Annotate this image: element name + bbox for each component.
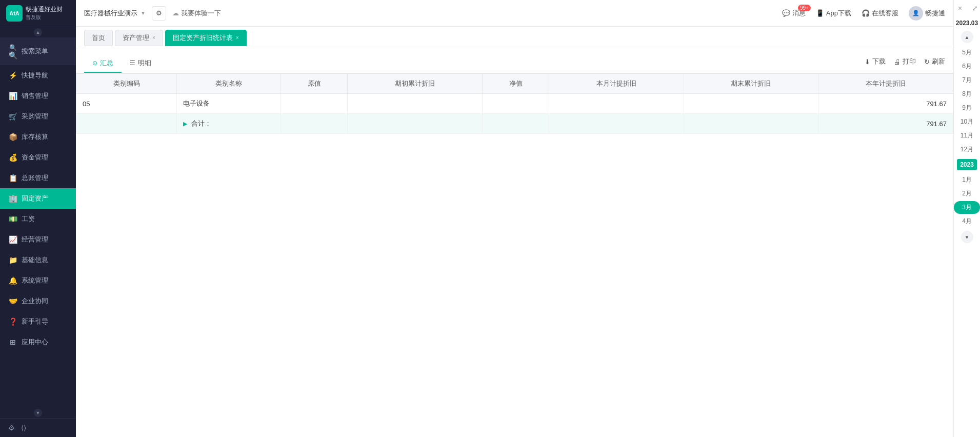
download-button[interactable]: ⬇ 下载 xyxy=(865,57,886,66)
header-gear-button[interactable]: ⚙ xyxy=(152,6,166,21)
tab-home[interactable]: 首页 xyxy=(84,30,113,46)
sidebar-item-system[interactable]: 🔔 系统管理 xyxy=(0,270,76,291)
header-right: 💬 消息 99+ 📱 App下载 🎧 在线客服 👤 畅捷通 xyxy=(782,6,945,21)
sidebar-label-inventory: 库存核算 xyxy=(22,132,48,142)
sidebar-item-purchase[interactable]: 🛒 采购管理 xyxy=(0,106,76,127)
tab-fixed-depreciation-label: 固定资产折旧统计表 xyxy=(173,33,233,43)
sidebar-item-inventory[interactable]: 📦 库存核算 xyxy=(0,127,76,147)
avatar: 👤 xyxy=(909,6,923,21)
month-item-4[interactable]: 4月 xyxy=(954,215,980,228)
sub-tab-bar: ⊙ 汇总 ☰ 明细 ⬇ 下载 🖨 打印 ↻ 刷新 xyxy=(76,49,953,73)
month-nav-up[interactable]: ▲ xyxy=(961,31,973,43)
panel-expand-button[interactable]: ⤢ xyxy=(972,4,978,12)
print-icon: 🖨 xyxy=(894,58,901,66)
month-item-10[interactable]: 10月 xyxy=(954,115,980,128)
subtotal-icon: ▶ xyxy=(183,121,187,127)
tab-home-label: 首页 xyxy=(92,33,105,43)
sidebar-label-basic-info: 基础信息 xyxy=(22,255,48,265)
month-item-5[interactable]: 5月 xyxy=(954,46,980,59)
tab-fixed-depreciation-close[interactable]: × xyxy=(236,35,239,41)
system-icon: 🔔 xyxy=(8,276,17,285)
month-item-8[interactable]: 8月 xyxy=(954,88,980,101)
row-initial-accum xyxy=(348,94,483,114)
guide-icon: ❓ xyxy=(8,317,17,326)
tab-fixed-depreciation[interactable]: 固定资产折旧统计表 × xyxy=(165,30,247,46)
cloud-icon: ☁ xyxy=(172,9,179,17)
col-monthly: 本月计提折旧 xyxy=(549,74,684,94)
scroll-down-arrow[interactable]: ▼ xyxy=(34,409,42,417)
sub-tab-summary-label: 汇总 xyxy=(100,58,113,68)
sidebar-label-purchase: 采购管理 xyxy=(22,112,48,121)
row-net xyxy=(483,94,549,114)
sidebar-item-app-center[interactable]: ⊞ 应用中心 xyxy=(0,332,76,352)
experience-button[interactable]: ☁ 我要体验一下 xyxy=(172,9,221,18)
collapse-icon[interactable]: ⟨⟩ xyxy=(21,424,26,432)
sidebar-item-sales[interactable]: 📊 销售管理 xyxy=(0,86,76,106)
table-container: 类别编码 类别名称 原值 期初累计折旧 净值 本月计提折旧 期末累计折旧 本年计… xyxy=(76,73,953,437)
app-download-button[interactable]: 📱 App下载 xyxy=(816,9,851,18)
subtotal-initial-accum xyxy=(348,114,483,134)
settings-icon[interactable]: ⚙ xyxy=(8,424,15,432)
user-profile[interactable]: 👤 畅捷通 xyxy=(909,6,945,21)
sidebar-item-basic-info[interactable]: 📁 基础信息 xyxy=(0,250,76,270)
company-selector[interactable]: 医疗器械行业演示 ▼ xyxy=(84,9,146,18)
sub-tab-detail[interactable]: ☰ 明细 xyxy=(122,54,159,73)
panel-close-button[interactable]: × xyxy=(958,4,962,12)
top-header: 医疗器械行业演示 ▼ ⚙ ☁ 我要体验一下 💬 消息 99+ 📱 App下载 🎧… xyxy=(76,0,953,27)
sidebar-item-payroll[interactable]: 💵 工资 xyxy=(0,209,76,229)
row-original xyxy=(281,94,348,114)
sidebar-item-enterprise[interactable]: 🤝 企业协同 xyxy=(0,291,76,311)
month-item-6[interactable]: 6月 xyxy=(954,60,980,73)
logo-text: 畅捷通好业财 xyxy=(26,6,63,14)
refresh-button[interactable]: ↻ 刷新 xyxy=(924,57,945,66)
payroll-icon: 💵 xyxy=(8,215,17,223)
logo-icon: AtA xyxy=(6,5,23,22)
sidebar: AtA 畅捷通好业财 普及版 ▲ 🔍 搜索菜单 ⚡ 快捷导航 📊 销售管理 🛒 … xyxy=(0,0,76,437)
sidebar-item-finance[interactable]: 💰 资金管理 xyxy=(0,147,76,168)
download-icon: ⬇ xyxy=(865,58,870,66)
col-net: 净值 xyxy=(483,74,549,94)
app-download-label: App下载 xyxy=(826,9,851,18)
sidebar-item-quick-nav[interactable]: ⚡ 快捷导航 xyxy=(0,65,76,86)
sidebar-footer: ⚙ ⟨⟩ xyxy=(0,418,76,437)
month-item-3[interactable]: 3月 xyxy=(954,201,980,214)
right-panel: × ⤢ 2023.03 ▲ 5月 6月 7月 8月 9月 10月 11月 12月… xyxy=(953,0,980,437)
col-code: 类别编码 xyxy=(76,74,177,94)
month-list: ▲ 5月 6月 7月 8月 9月 10月 11月 12月 2023 1月 2月 … xyxy=(954,29,980,437)
sub-tab-summary[interactable]: ⊙ 汇总 xyxy=(84,54,122,73)
sidebar-item-guide[interactable]: ❓ 新手引导 xyxy=(0,311,76,332)
customer-service-button[interactable]: 🎧 在线客服 xyxy=(862,9,898,18)
sidebar-item-operations[interactable]: 📈 经营管理 xyxy=(0,229,76,250)
sub-tab-detail-label: 明细 xyxy=(138,58,151,68)
sidebar-label-fixed-assets: 固定资产 xyxy=(22,194,48,203)
month-item-12[interactable]: 12月 xyxy=(954,143,980,156)
gear-icon: ⚙ xyxy=(156,9,162,17)
sidebar-item-ledger[interactable]: 📋 总账管理 xyxy=(0,168,76,188)
subtotal-label: ▶ 合计： xyxy=(177,114,281,134)
tab-asset-mgmt[interactable]: 资产管理 × xyxy=(115,30,163,46)
month-nav-down[interactable]: ▼ xyxy=(961,231,973,243)
sidebar-label-app-center: 应用中心 xyxy=(22,337,48,347)
sidebar-menu: 🔍 搜索菜单 ⚡ 快捷导航 📊 销售管理 🛒 采购管理 📦 库存核算 💰 资金管… xyxy=(0,37,76,408)
message-button[interactable]: 💬 消息 99+ xyxy=(782,9,806,18)
col-name: 类别名称 xyxy=(177,74,281,94)
tab-bar: 首页 资产管理 × 固定资产折旧统计表 × xyxy=(76,27,953,49)
main-area: 医疗器械行业演示 ▼ ⚙ ☁ 我要体验一下 💬 消息 99+ 📱 App下载 🎧… xyxy=(76,0,953,437)
company-name: 医疗器械行业演示 xyxy=(84,9,137,18)
month-item-7[interactable]: 7月 xyxy=(954,74,980,87)
print-button[interactable]: 🖨 打印 xyxy=(894,57,916,66)
scroll-up-arrow[interactable]: ▲ xyxy=(34,28,42,36)
tab-asset-mgmt-close[interactable]: × xyxy=(152,35,155,41)
subtotal-original xyxy=(281,114,348,134)
month-item-11[interactable]: 11月 xyxy=(954,129,980,142)
download-icon: 📱 xyxy=(816,9,824,17)
month-item-2[interactable]: 2月 xyxy=(954,187,980,200)
sidebar-item-search[interactable]: 🔍 搜索菜单 xyxy=(0,37,76,65)
month-item-1[interactable]: 1月 xyxy=(954,173,980,186)
month-item-9[interactable]: 9月 xyxy=(954,102,980,114)
sidebar-label-enterprise: 企业协同 xyxy=(22,296,48,306)
inventory-icon: 📦 xyxy=(8,133,17,141)
sidebar-item-fixed-assets[interactable]: 🏢 固定资产 xyxy=(0,188,76,209)
sidebar-label-operations: 经营管理 xyxy=(22,235,48,244)
message-badge: 99+ xyxy=(798,5,811,11)
